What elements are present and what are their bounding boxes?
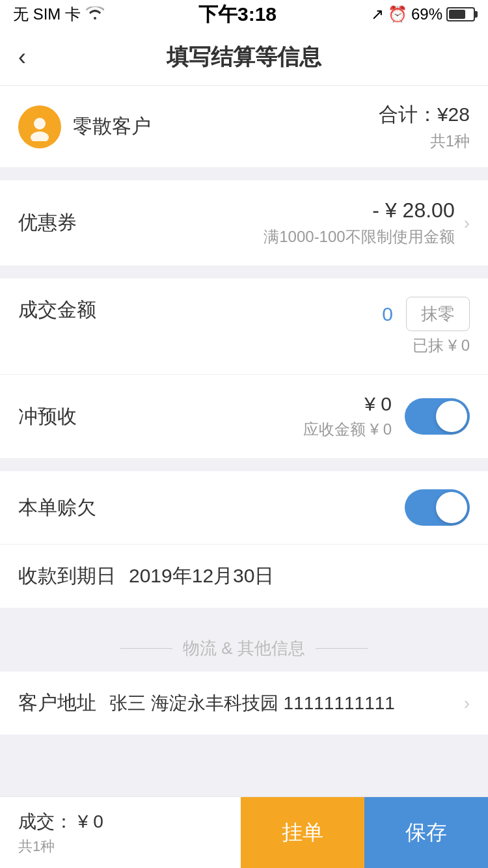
wifi-icon bbox=[86, 5, 104, 23]
prepayment-label: 冲预收 bbox=[18, 403, 77, 430]
bottom-summary: 成交： ¥ 0 共1种 bbox=[0, 797, 241, 868]
divider-2 bbox=[0, 265, 488, 278]
round-zero-button[interactable]: 抹零 bbox=[406, 297, 470, 331]
status-right: ↗ ⏰ 69% bbox=[371, 5, 475, 23]
transaction-label: 成交金额 bbox=[18, 297, 96, 323]
customer-left: 零散客户 bbox=[18, 105, 151, 148]
coupon-label: 优惠券 bbox=[18, 210, 77, 236]
transaction-value[interactable]: 0 bbox=[382, 303, 393, 325]
prepayment-amounts: ¥ 0 应收金额 ¥ 0 bbox=[303, 393, 392, 440]
prepayment-sub: 应收金额 ¥ 0 bbox=[303, 419, 392, 440]
bottom-summary-top: 成交： ¥ 0 bbox=[18, 809, 223, 834]
logistics-section: 物流 & 其他信息 bbox=[0, 621, 488, 671]
due-date-label: 收款到期日 bbox=[18, 563, 116, 590]
address-chevron: › bbox=[464, 693, 470, 714]
svg-point-0 bbox=[34, 118, 46, 129]
location-icon: ↗ bbox=[371, 5, 384, 23]
svg-point-1 bbox=[31, 131, 49, 141]
address-label: 客户地址 bbox=[18, 690, 96, 716]
debt-label: 本单赊欠 bbox=[18, 495, 96, 521]
prepayment-row: 冲预收 ¥ 0 应收金额 ¥ 0 bbox=[0, 374, 488, 458]
prepayment-right: ¥ 0 应收金额 ¥ 0 bbox=[303, 393, 470, 440]
transaction-row: 成交金额 0 抹零 已抹 ¥ 0 bbox=[0, 278, 488, 374]
transaction-sub: 已抹 ¥ 0 bbox=[413, 335, 470, 356]
address-value: 张三 海淀永丰科技园 11111111111 bbox=[109, 691, 464, 716]
debt-card: 本单赊欠 收款到期日 2019年12月30日 bbox=[0, 471, 488, 608]
total-amount: 合计：¥28 bbox=[379, 102, 470, 128]
date-row: 收款到期日 2019年12月30日 bbox=[0, 544, 488, 608]
back-button[interactable]: ‹ bbox=[18, 44, 26, 71]
customer-row: 零散客户 合计：¥28 共1种 bbox=[0, 86, 488, 167]
divider-4 bbox=[0, 608, 488, 621]
coupon-row[interactable]: 优惠券 - ¥ 28.00 满1000-100不限制使用金额 › bbox=[0, 180, 488, 265]
coupon-discount: - ¥ 28.00 bbox=[264, 198, 454, 223]
nav-bar: ‹ 填写结算等信息 bbox=[0, 29, 488, 86]
logistics-label: 物流 & 其他信息 bbox=[120, 637, 368, 660]
total-count: 共1种 bbox=[379, 131, 470, 152]
address-card: 客户地址 张三 海淀永丰科技园 11111111111 › bbox=[0, 671, 488, 735]
coupon-right: - ¥ 28.00 满1000-100不限制使用金额 › bbox=[264, 198, 470, 247]
due-date-value: 2019年12月30日 bbox=[129, 563, 274, 590]
bottom-bar: 成交： ¥ 0 共1种 挂单 保存 bbox=[0, 796, 488, 868]
alarm-icon: ⏰ bbox=[388, 5, 407, 23]
bottom-summary-sub: 共1种 bbox=[18, 837, 223, 856]
hang-button[interactable]: 挂单 bbox=[241, 797, 364, 868]
customer-avatar bbox=[18, 105, 61, 148]
status-left: 无 SIM 卡 bbox=[13, 4, 104, 25]
debt-toggle[interactable] bbox=[405, 489, 470, 526]
address-row[interactable]: 客户地址 张三 海淀永丰科技园 11111111111 › bbox=[0, 671, 488, 735]
coupon-sub: 满1000-100不限制使用金额 bbox=[264, 226, 454, 247]
prepayment-amount: ¥ 0 bbox=[303, 393, 392, 415]
transaction-card: 成交金额 0 抹零 已抹 ¥ 0 冲预收 ¥ 0 应收金额 ¥ 0 bbox=[0, 278, 488, 458]
nav-title: 填写结算等信息 bbox=[167, 42, 321, 72]
divider-1 bbox=[0, 167, 488, 180]
coupon-chevron: › bbox=[464, 213, 470, 234]
coupon-card: 优惠券 - ¥ 28.00 满1000-100不限制使用金额 › bbox=[0, 180, 488, 265]
prepayment-toggle[interactable] bbox=[405, 398, 470, 435]
battery-percent: 69% bbox=[411, 5, 442, 23]
battery-icon bbox=[446, 7, 475, 21]
debt-row: 本单赊欠 bbox=[0, 471, 488, 544]
customer-name: 零散客户 bbox=[73, 113, 151, 140]
time-display: 下午3:18 bbox=[198, 1, 277, 28]
status-bar: 无 SIM 卡 下午3:18 ↗ ⏰ 69% bbox=[0, 0, 488, 29]
transaction-right: 0 抹零 已抹 ¥ 0 bbox=[382, 297, 470, 356]
carrier-text: 无 SIM 卡 bbox=[13, 4, 81, 25]
coupon-values: - ¥ 28.00 满1000-100不限制使用金额 bbox=[264, 198, 454, 247]
save-button[interactable]: 保存 bbox=[364, 797, 488, 868]
customer-right: 合计：¥28 共1种 bbox=[379, 102, 470, 152]
transaction-controls: 0 抹零 bbox=[382, 297, 470, 331]
divider-3 bbox=[0, 458, 488, 471]
